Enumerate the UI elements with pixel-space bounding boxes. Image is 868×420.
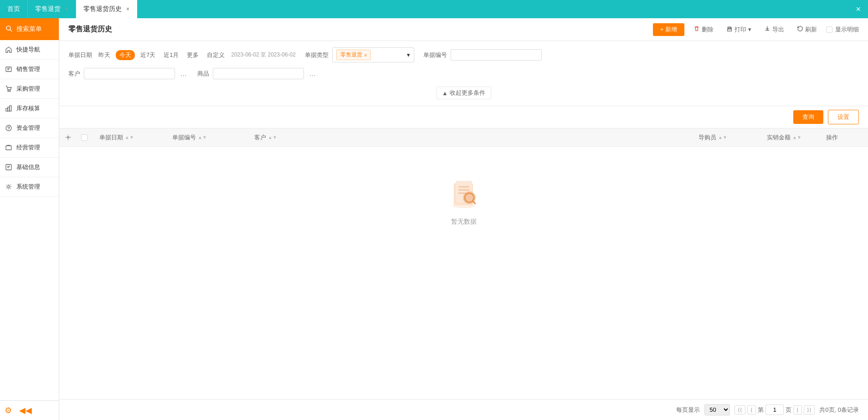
table-header: 单据日期 ▲▼ 单据编号 ▲▼ 客户 ▲▼ 导购员 ▲▼ 实销金额 ▲▼ [59, 128, 868, 147]
col-docnum: 单据编号 ▲▼ [172, 133, 254, 142]
customer-filter-item: 客户 ... [68, 68, 188, 79]
page-prev-button[interactable]: ⟨ [747, 405, 756, 415]
col-amount-sort[interactable]: ▲▼ [792, 135, 801, 140]
collapse-up-icon: ▲ [442, 90, 448, 97]
sidebar-item-sales-label: 销售管理 [16, 65, 40, 73]
date-filter-label: 单据日期 [68, 51, 92, 59]
sidebar-item-finance[interactable]: 资金管理 [0, 118, 59, 138]
sidebar-item-finance-label: 资金管理 [16, 124, 40, 132]
tab-retail-return-history[interactable]: 零售退货历史 × [76, 0, 137, 18]
business-icon [5, 143, 13, 152]
date-btn-more[interactable]: 更多 [184, 50, 201, 60]
customer-input[interactable] [84, 68, 175, 79]
product-input[interactable] [213, 68, 304, 79]
col-docnum-label: 单据编号 [172, 133, 196, 142]
page-size-select[interactable]: 50 100 200 [704, 404, 730, 415]
refresh-button[interactable]: 刷新 [793, 24, 821, 36]
col-checkbox[interactable] [81, 134, 99, 141]
export-button[interactable]: 导出 [760, 24, 788, 36]
col-customer-label: 客户 [254, 133, 266, 142]
delete-button[interactable]: 删除 [690, 24, 717, 36]
sidebar-item-inventory[interactable]: 库存核算 [0, 99, 59, 118]
doc-type-tag-text: 零售退货 [340, 51, 362, 59]
date-range-display: 2023-06-02 至 2023-06-02 [231, 51, 295, 59]
tab-home[interactable]: 首页 [0, 0, 28, 18]
window-close-button[interactable]: × [848, 5, 868, 14]
pagination: 每页显示 50 100 200 ⟨⟨ ⟨ 第 页 ⟩ ⟩⟩ 共0页, 0条记录 [59, 399, 868, 420]
svg-point-14 [731, 28, 731, 28]
sidebar-item-purchase-mgmt[interactable]: 采购管理 [0, 79, 59, 99]
col-guide-sort[interactable]: ▲▼ [718, 135, 727, 140]
col-action: 操作 [826, 133, 863, 142]
print-dropdown-icon: ▾ [748, 26, 751, 33]
col-customer-sort[interactable]: ▲▼ [268, 135, 277, 140]
page-actions: + 新增 删除 打印 ▾ [653, 23, 859, 36]
col-date-label: 单据日期 [99, 133, 123, 142]
sidebar-item-sales-mgmt[interactable]: 销售管理 [0, 60, 59, 79]
page-last-button[interactable]: ⟩⟩ [804, 405, 815, 415]
filter-row-1: 单据日期 昨天 今天 近7天 近1月 更多 自定义 2023-06-02 至 2… [68, 47, 859, 62]
product-dots[interactable]: ... [308, 70, 317, 78]
doc-type-filter-item: 单据类型 零售退货 × ▾ [305, 47, 414, 62]
collapse-row: ▲ 收起更多条件 [68, 85, 859, 99]
doc-type-tag-close[interactable]: × [364, 52, 367, 58]
col-action-label: 操作 [826, 133, 838, 142]
filter-row-2: 客户 ... 商品 ... [68, 68, 859, 79]
svg-point-0 [6, 26, 10, 30]
sidebar-search-label: 搜索菜单 [16, 25, 42, 33]
date-btn-yesterday[interactable]: 昨天 [96, 50, 113, 60]
show-detail-label: 显示明细 [835, 26, 859, 34]
print-icon [726, 26, 733, 33]
date-btn-today[interactable]: 今天 [116, 50, 135, 60]
new-button-label: + 新增 [660, 26, 677, 34]
date-btn-1month[interactable]: 近1月 [161, 50, 181, 60]
page-number-input[interactable] [765, 405, 784, 415]
system-icon [5, 183, 13, 191]
search-icon [5, 25, 13, 34]
sidebar-item-business-label: 经营管理 [16, 143, 40, 152]
page-size-label: 每页显示 [676, 406, 700, 414]
svg-rect-2 [6, 67, 11, 72]
doc-num-input[interactable] [451, 49, 542, 61]
new-button[interactable]: + 新增 [653, 23, 684, 36]
col-settings[interactable] [65, 134, 81, 141]
tab-retail-return-close[interactable]: × [65, 6, 68, 12]
svg-point-8 [6, 125, 11, 131]
tab-home-label: 首页 [7, 5, 20, 13]
date-btn-custom[interactable]: 自定义 [204, 50, 227, 60]
customer-dots[interactable]: ... [179, 70, 188, 78]
print-button[interactable]: 打印 ▾ [723, 24, 755, 36]
sidebar-item-business[interactable]: 经营管理 [0, 138, 59, 158]
doc-type-tag: 零售退货 × [336, 50, 371, 60]
date-btn-7days[interactable]: 近7天 [138, 50, 158, 60]
tab-retail-return-history-close[interactable]: × [126, 6, 129, 12]
sidebar-search[interactable]: 搜索菜单 [0, 18, 59, 40]
refresh-button-label: 刷新 [805, 26, 817, 34]
customer-label: 客户 [68, 70, 80, 78]
show-detail-checkbox[interactable] [826, 26, 832, 33]
svg-rect-12 [728, 29, 732, 31]
export-button-label: 导出 [772, 26, 784, 34]
doc-type-select[interactable]: 零售退货 × ▾ [332, 47, 414, 62]
doc-type-label: 单据类型 [305, 51, 329, 59]
home-icon [5, 46, 13, 54]
settings-icon[interactable]: ⚙ [5, 405, 12, 415]
product-label: 商品 [197, 70, 209, 78]
sidebar-item-basic-info[interactable]: 基础信息 [0, 158, 59, 177]
select-all-checkbox[interactable] [81, 134, 87, 141]
settings-query-button[interactable]: 设置 [828, 110, 859, 124]
page-next-button[interactable]: ⟩ [793, 405, 802, 415]
top-bar: 首页 零售退货 × 零售退货历史 × × [0, 0, 868, 18]
tab-retail-return[interactable]: 零售退货 × [28, 0, 76, 18]
svg-point-4 [10, 91, 10, 92]
sidebar-item-system-mgmt[interactable]: 系统管理 [0, 177, 59, 197]
col-docnum-sort[interactable]: ▲▼ [198, 135, 207, 140]
volume-icon[interactable]: ◀◀ [19, 405, 32, 415]
col-date: 单据日期 ▲▼ [99, 133, 172, 142]
show-detail-toggle[interactable]: 显示明细 [826, 26, 859, 34]
page-first-button[interactable]: ⟨⟨ [734, 405, 745, 415]
query-button[interactable]: 查询 [793, 110, 823, 124]
sidebar-item-quick-nav[interactable]: 快捷导航 [0, 40, 59, 60]
collapse-button[interactable]: ▲ 收起更多条件 [436, 87, 491, 99]
col-date-sort[interactable]: ▲▼ [125, 135, 134, 140]
